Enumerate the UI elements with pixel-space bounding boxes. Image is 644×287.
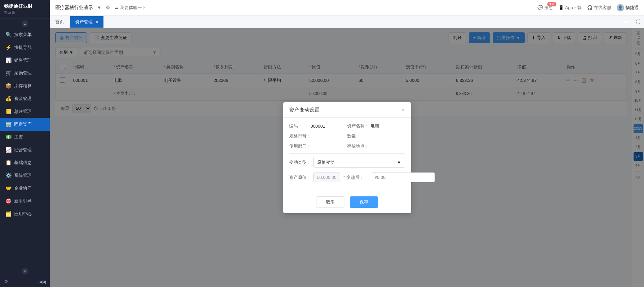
appstore-icon: 🗂️ xyxy=(5,211,11,217)
topbar-gear-icon[interactable]: ⚙ xyxy=(105,4,110,11)
modal-divider xyxy=(289,153,405,154)
sidebar-item-guide[interactable]: 🎯新手引导 xyxy=(0,195,50,208)
sidebar-item-system[interactable]: ⚙️系统管理 xyxy=(0,169,50,182)
modal-overlay: 资产变动设置 × 编码： 000001 资产名称： 电脑 xyxy=(50,28,644,287)
required-marker: * xyxy=(343,175,345,180)
sidebar-item-label: 快捷导航 xyxy=(14,44,32,51)
ledger-icon: 📒 xyxy=(5,108,11,115)
sidebar-item-label: 固定资产 xyxy=(14,121,32,127)
tab-assets[interactable]: 资产管理 × xyxy=(70,16,104,28)
sidebar-scroll-up[interactable]: ▲ xyxy=(22,20,28,27)
topbar-right: 💬 消息 99+ 📱 App下载 🎧 在线客服 👤 畅捷通 xyxy=(538,4,639,11)
modal-code-group: 编码： 000001 xyxy=(289,123,347,129)
sidebar-item-label: 销售管理 xyxy=(14,57,32,63)
modal-dept-label: 使用部门： xyxy=(289,143,311,149)
sidebar-bottom: ⚙ ◀◀ xyxy=(0,276,50,287)
app-edition: 普及版 xyxy=(4,10,46,15)
modal-original-value: 50,000.00 xyxy=(313,172,340,182)
sidebar-item-ledger[interactable]: 📒总账管理 xyxy=(0,105,50,118)
sidebar-item-label: 新手引导 xyxy=(14,198,32,204)
user-btn[interactable]: 👤 畅捷通 xyxy=(617,4,639,11)
user-label: 畅捷通 xyxy=(625,5,639,11)
quicknav-icon: ⚡ xyxy=(5,44,11,51)
modal-storage-group: 存放地点： xyxy=(347,143,405,149)
save-button[interactable]: 保存 xyxy=(350,196,378,208)
modal-qty-label: 数量： xyxy=(347,133,367,139)
message-icon: 💬 xyxy=(538,5,543,10)
guide-icon: 🎯 xyxy=(5,198,11,204)
modal-after-input[interactable] xyxy=(371,172,435,182)
main-area: 医疗器械行业演示 ▼ ⚙ ☁ 我要体验一下 💬 消息 99+ 📱 App下载 🎧… xyxy=(50,0,644,287)
sidebar-item-inventory[interactable]: 📦库存核算 xyxy=(0,79,50,92)
modal-storage-label: 存放地点： xyxy=(347,143,369,149)
modal-original-label: 资产原值： xyxy=(289,174,313,181)
purchase-icon: 🛒 xyxy=(5,70,11,76)
modal-qty-group: 数量： xyxy=(347,133,405,139)
sidebar-item-payroll[interactable]: 💵工资 xyxy=(0,131,50,144)
cloud-icon: ☁ xyxy=(114,5,119,10)
message-badge: 99+ xyxy=(547,2,556,6)
experience-label: 我要体验一下 xyxy=(120,5,146,11)
search-icon: 🔍 xyxy=(5,32,11,38)
company-name: 医疗器械行业演示 xyxy=(55,5,93,11)
change-type-dropdown-icon: ▼ xyxy=(397,160,401,165)
app-download-btn[interactable]: 📱 App下载 xyxy=(558,5,582,11)
avatar: 👤 xyxy=(617,4,624,11)
sidebar-item-label: 工资 xyxy=(14,134,23,140)
modal-footer: 取消 保存 xyxy=(283,192,411,213)
app-name: 畅捷通好业财 xyxy=(4,3,46,9)
tab-minimize-btn[interactable]: — xyxy=(620,15,632,28)
modal-change-type-row: 变动类型： 原值变动 ▼ xyxy=(289,157,405,168)
sidebar-item-label: 企业协同 xyxy=(14,185,32,191)
tab-close-icon[interactable]: × xyxy=(96,20,98,24)
modal-name-label: 资产名称： xyxy=(347,123,369,129)
experience-btn[interactable]: ☁ 我要体验一下 xyxy=(114,5,146,11)
assets-icon: 🏢 xyxy=(5,121,11,127)
modal-name-value: 电脑 xyxy=(370,123,379,129)
sidebar-item-sales[interactable]: 📊销售管理 xyxy=(0,54,50,67)
sidebar-item-label: 基础信息 xyxy=(14,160,32,166)
modal-info-row2: 规格型号： 数量： xyxy=(289,133,405,139)
phone-icon: 📱 xyxy=(558,5,564,10)
modal-change-type-select[interactable]: 原值变动 ▼ xyxy=(313,157,405,168)
sidebar-item-operations[interactable]: 📈经营管理 xyxy=(0,144,50,156)
company-dropdown-icon[interactable]: ▼ xyxy=(97,5,101,10)
sidebar-logo: 畅捷通好业财 普及版 xyxy=(0,0,50,19)
sidebar-item-purchase[interactable]: 🛒采购管理 xyxy=(0,67,50,79)
sidebar-item-label: 库存核算 xyxy=(14,83,32,89)
cancel-button[interactable]: 取消 xyxy=(316,196,344,208)
sidebar-item-label: 搜索菜单 xyxy=(14,32,32,38)
sidebar: 畅捷通好业财 普及版 ▲ 🔍搜索菜单⚡快捷导航📊销售管理🛒采购管理📦库存核算💰资… xyxy=(0,0,50,287)
modal-title: 资产变动设置 xyxy=(289,107,319,113)
modal-values-row: 资产原值： 50,000.00 * 变动后： xyxy=(289,172,405,182)
finance-icon: 💰 xyxy=(5,96,11,102)
sidebar-item-appstore[interactable]: 🗂️应用中心 xyxy=(0,208,50,220)
sidebar-scroll-down[interactable]: ▼ xyxy=(22,268,28,275)
message-btn[interactable]: 💬 消息 99+ xyxy=(538,5,553,11)
tab-maximize-btn[interactable]: ⛶ xyxy=(632,15,644,28)
content-area: ▦ 资产明细 📄 变更生成凭证 刘账 + 新增 批量操作 ▼ xyxy=(50,28,644,287)
tab-home-label: 首页 xyxy=(55,19,64,24)
settings-icon[interactable]: ⚙ xyxy=(4,279,8,284)
sidebar-item-cooperation[interactable]: 🤝企业协同 xyxy=(0,182,50,195)
modal-body: 编码： 000001 资产名称： 电脑 规格型号： xyxy=(283,118,411,192)
modal-header: 资产变动设置 × xyxy=(283,102,411,118)
operations-icon: 📈 xyxy=(5,147,11,153)
customer-service-btn[interactable]: 🎧 在线客服 xyxy=(587,5,611,11)
sidebar-item-quicknav[interactable]: ⚡快捷导航 xyxy=(0,41,50,54)
modal-model-group: 规格型号： xyxy=(289,133,347,139)
payroll-icon: 💵 xyxy=(5,134,11,140)
sidebar-item-search[interactable]: 🔍搜索菜单 xyxy=(0,28,50,41)
asset-change-modal: 资产变动设置 × 编码： 000001 资产名称： 电脑 xyxy=(283,102,411,213)
sidebar-item-basic[interactable]: 📋基础信息 xyxy=(0,156,50,169)
tab-assets-label: 资产管理 xyxy=(75,19,93,24)
tab-home[interactable]: 首页 xyxy=(50,16,70,28)
sidebar-item-finance[interactable]: 💰资金管理 xyxy=(0,92,50,105)
sidebar-item-label: 经营管理 xyxy=(14,147,32,153)
sidebar-collapse-btn[interactable]: ◀◀ xyxy=(39,279,46,284)
sales-icon: 📊 xyxy=(5,57,11,63)
tab-controls: — ⛶ xyxy=(620,15,644,28)
modal-close-btn[interactable]: × xyxy=(402,107,405,113)
modal-model-label: 规格型号： xyxy=(289,133,311,139)
sidebar-item-assets[interactable]: 🏢固定资产 xyxy=(0,118,50,131)
